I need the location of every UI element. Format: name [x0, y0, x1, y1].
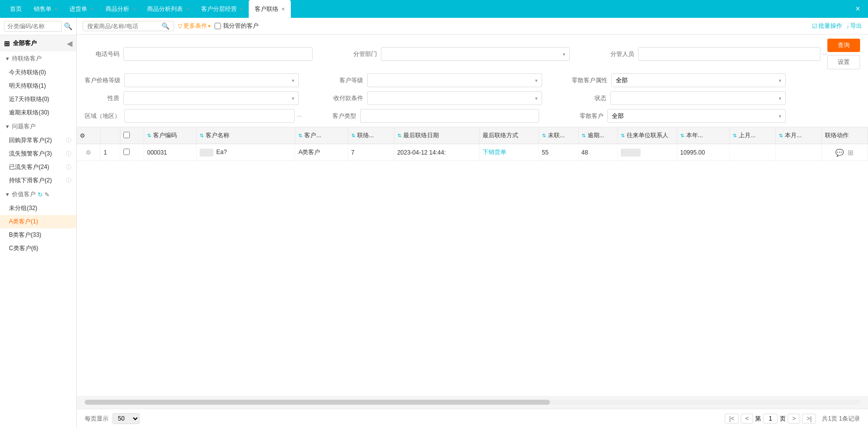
set-button[interactable]: 设置: [827, 55, 860, 69]
col-last-month-header[interactable]: ⇅上月...: [730, 127, 776, 144]
col-uncontact-header[interactable]: ⇅未联...: [539, 127, 578, 144]
nav-tab-customer-contact[interactable]: 客户联络 ×: [249, 0, 290, 18]
gear-header-icon[interactable]: ⚙: [80, 132, 85, 139]
sidebar-item-tomorrow-pending[interactable]: 明天待联络(1): [0, 79, 76, 93]
window-close-button[interactable]: ×: [852, 4, 864, 13]
scrollbar-thumb[interactable]: [85, 400, 550, 405]
col-date-header[interactable]: ⇅最后联络日期: [394, 127, 480, 144]
filter-more-btn[interactable]: ▽ 更多条件 ▾: [178, 22, 211, 30]
row-check-cell: [120, 144, 144, 161]
filter-more-label: 更多条件: [183, 22, 207, 30]
filter-dept: 分管部门 ▾: [342, 47, 570, 61]
batch-operation-btn[interactable]: ☑ 批量操作: [812, 22, 842, 30]
sidebar-item-today-pending[interactable]: 今天待联络(0): [0, 66, 76, 79]
last-page-btn[interactable]: >|: [802, 414, 816, 424]
customer-level-select[interactable]: ▾: [367, 73, 542, 87]
nav-tab-customer-tier[interactable]: 客户分层经营 ×: [195, 0, 249, 18]
method-link[interactable]: 下销货单: [483, 149, 506, 156]
nav-tab-sales[interactable]: 销售单 ×: [28, 0, 63, 18]
pagination: 每页显示 50 20 100 |< < 第 页 > >| 共1页 1条记录: [77, 409, 868, 428]
page-input[interactable]: [763, 414, 778, 424]
row-checkbox[interactable]: [123, 149, 130, 155]
sidebar-item-churned[interactable]: 已流失客户(24) ⓘ: [0, 160, 76, 174]
retail-customer-select[interactable]: 全部 ▾: [607, 109, 786, 123]
dept-select[interactable]: ▾: [381, 47, 570, 61]
sidebar-search-icon[interactable]: 🔍: [64, 22, 72, 30]
sidebar-section-value[interactable]: ▼ 价值客户 ↻ ✎: [0, 187, 76, 202]
phone-input[interactable]: [123, 47, 313, 61]
phone-label: 电话号码: [85, 50, 119, 58]
sidebar-search-input[interactable]: [4, 21, 62, 32]
query-button[interactable]: 查询: [827, 39, 860, 52]
col-overdue-header[interactable]: ⇅逾期...: [578, 127, 618, 144]
region-input[interactable]: [124, 109, 295, 123]
nav-tab-customer-tier-close[interactable]: ×: [240, 6, 243, 12]
customer-name[interactable]: Ea: [217, 149, 224, 156]
payment-select[interactable]: ▾: [367, 91, 542, 105]
export-btn[interactable]: ↓ 导出: [846, 22, 862, 30]
overdue-sort-icon: ⇅: [582, 133, 586, 138]
nav-tab-customer-contact-label: 客户联络: [255, 5, 278, 13]
advanced-filter: 电话号码 分管部门 ▾ 分管人员 ···: [77, 35, 868, 127]
sidebar-section-pending[interactable]: ▼ 待联络客户: [0, 52, 76, 66]
col-this-month-header[interactable]: ⇅本月...: [775, 127, 821, 144]
nav-tab-customer-contact-close[interactable]: ×: [281, 6, 284, 12]
manager-input[interactable]: [638, 47, 820, 61]
value-refresh-icon[interactable]: ↻: [38, 191, 43, 198]
price-level-select[interactable]: ▾: [124, 73, 299, 87]
sidebar-item-ungroup[interactable]: 未分组(32): [0, 202, 76, 215]
nav-tab-purchase[interactable]: 进货单 ×: [63, 0, 99, 18]
nature-select[interactable]: ▾: [123, 91, 299, 105]
col-company-contact-header[interactable]: ⇅往来单位联系人: [618, 127, 677, 144]
sidebar: 🔍 ⊞ 全部客户 ◀ ▼ 待联络客户 今天待联络(0) 明天待联络(1) 近7天…: [0, 18, 77, 428]
row-gear-cell[interactable]: ⚙: [77, 144, 101, 161]
sidebar-section-problem[interactable]: ▼ 问题客户: [0, 119, 76, 134]
page-size-select[interactable]: 50 20 100: [112, 413, 140, 424]
my-customer-checkbox[interactable]: [215, 23, 221, 29]
sidebar-item-class-a[interactable]: A类客户(1): [0, 215, 76, 228]
filter-search-icon[interactable]: 🔍: [162, 22, 169, 30]
col-contact-header[interactable]: ⇅联络...: [348, 127, 394, 144]
class-b-label: B类客户(33): [9, 231, 41, 239]
sidebar-item-class-b[interactable]: B类客户(33): [0, 228, 76, 242]
nav-tab-product-list-close[interactable]: ×: [186, 6, 189, 12]
retail-attr-select[interactable]: 全部 ▾: [611, 73, 786, 87]
nav-tab-product-analysis-label: 商品分析: [106, 5, 129, 13]
chat-icon[interactable]: 💬: [835, 149, 844, 157]
nav-tab-home[interactable]: 首页: [4, 0, 28, 18]
nav-tab-product-analysis-close[interactable]: ×: [132, 6, 135, 12]
sidebar-item-class-c[interactable]: C类客户(6): [0, 242, 76, 255]
col-no-header: [101, 127, 120, 144]
sidebar-all-customers[interactable]: ⊞ 全部客户 ◀: [0, 35, 76, 52]
sidebar-item-declining[interactable]: 持续下滑客户(2) ⓘ: [0, 174, 76, 187]
col-code-header[interactable]: ⇅客户编码: [144, 127, 196, 144]
nav-tab-product-analysis[interactable]: 商品分析 ×: [100, 0, 141, 18]
value-edit-icon[interactable]: ✎: [45, 191, 50, 198]
nav-tab-product-list[interactable]: 商品分析列表 ×: [141, 0, 195, 18]
nav-tab-purchase-close[interactable]: ×: [90, 6, 93, 12]
filter-search-input[interactable]: [87, 23, 162, 30]
next-page-btn[interactable]: >: [788, 414, 800, 424]
sidebar-item-churn-warning[interactable]: 流失预警客户(3) ⓘ: [0, 147, 76, 160]
value-arrow-icon: ▼: [5, 192, 10, 197]
prev-page-btn[interactable]: <: [741, 414, 753, 424]
batch-check-icon: ☑: [812, 23, 817, 30]
status-select[interactable]: ▾: [610, 91, 786, 105]
col-name-header[interactable]: ⇅客户名称: [197, 127, 295, 144]
customer-type-input[interactable]: [360, 109, 539, 123]
scrollbar-track[interactable]: [85, 400, 860, 405]
sidebar-item-week-pending[interactable]: 近7天待联络(0): [0, 93, 76, 106]
col-type-header[interactable]: ⇅客户...: [295, 127, 348, 144]
sidebar-item-abnormal[interactable]: 回购异常客户(2) ⓘ: [0, 134, 76, 147]
col-year-header[interactable]: ⇅本年...: [677, 127, 729, 144]
sidebar-collapse-btn[interactable]: ◀: [67, 40, 72, 48]
first-page-btn[interactable]: |<: [725, 414, 739, 424]
year-sort-icon: ⇅: [680, 133, 684, 138]
manager-dots-btn[interactable]: ···: [822, 51, 827, 57]
sidebar-item-overdue-pending[interactable]: 逾期未联络(30): [0, 106, 76, 119]
nav-tab-sales-close[interactable]: ×: [54, 6, 57, 12]
name-tag: [200, 149, 214, 157]
select-all-checkbox[interactable]: [123, 132, 130, 138]
region-dots-btn[interactable]: ···: [297, 112, 302, 119]
grid-action-icon[interactable]: ⊞: [848, 149, 854, 157]
